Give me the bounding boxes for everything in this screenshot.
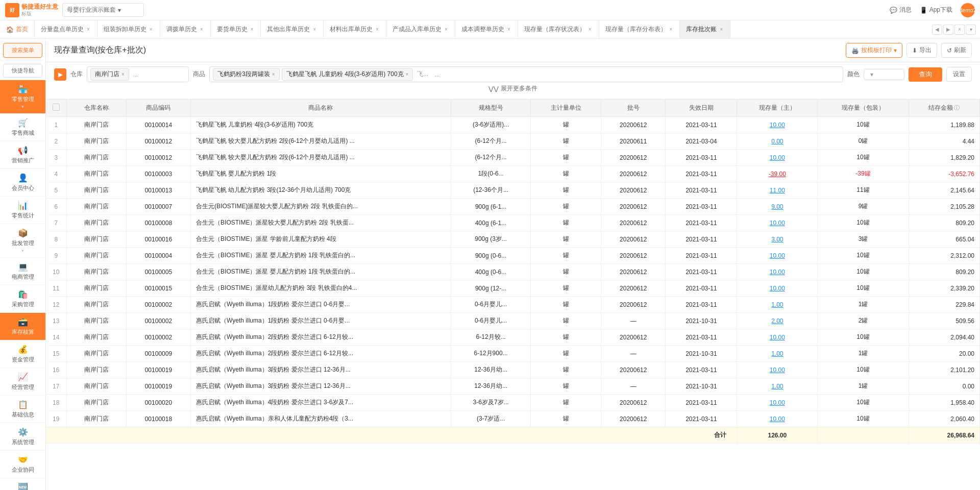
user-action[interactable]: demo2 [961, 3, 975, 17]
settings-button[interactable]: 设置 [946, 67, 972, 82]
logo-area: 好 畅捷通好生意 标版 [5, 3, 58, 17]
table-row: 7 南岸门店 00100008 合生元（BIOSTIME）派星较大婴儿配方奶粉 … [46, 215, 980, 231]
row-qty-main[interactable]: 0.00 [737, 133, 818, 150]
row-warehouse: 南岸门店 [66, 199, 126, 215]
tab-batch-account[interactable]: 库存批次账 × [680, 20, 730, 39]
row-qty-main[interactable]: 1.00 [737, 297, 818, 313]
sidebar-item-new-guide[interactable]: 🆕 新手引导 [0, 478, 45, 490]
print-chevron-icon: ▾ [894, 47, 897, 54]
row-qty-main[interactable]: 10.00 [737, 248, 818, 264]
product-tag-2-close-icon[interactable]: × [406, 71, 409, 77]
close-icon[interactable]: × [86, 26, 91, 33]
color-filter-dropdown[interactable]: ▾ [864, 69, 904, 80]
export-button[interactable]: ⬇ 导出 [906, 43, 937, 58]
warehouse-filter-input[interactable]: 南岸门店 × ... [87, 66, 189, 82]
sidebar-item-purchase[interactable]: 🛍️ 采购管理 [0, 285, 45, 313]
row-qty-main[interactable]: 10.00 [737, 150, 818, 166]
row-qty-main[interactable]: 10.00 [737, 395, 818, 411]
row-qty-main[interactable]: 10.00 [737, 117, 818, 133]
row-qty-main[interactable]: 10.00 [737, 280, 818, 297]
row-qty-main[interactable]: 10.00 [737, 329, 818, 346]
close-icon[interactable]: × [375, 26, 380, 33]
tab-fen-pan[interactable]: 分量盘点单历史 × [35, 20, 97, 39]
sidebar-item-inventory[interactable]: 🗃️ 库存核算 [0, 313, 45, 340]
close-icon[interactable]: × [587, 26, 593, 33]
tab-product-in[interactable]: 产成品入库单历史 × [386, 20, 455, 39]
row-warehouse: 南岸门店 [66, 150, 126, 166]
row-qty-main[interactable]: 9.00 [737, 199, 818, 215]
close-icon[interactable]: × [199, 26, 204, 33]
nav-menu-icon[interactable]: ▾ [966, 24, 976, 35]
print-button[interactable]: 🖨️ 按模板打印 ▾ [846, 43, 902, 58]
basic-info-icon: 📋 [18, 400, 28, 409]
sidebar-item-ops[interactable]: 📈 经营管理 [0, 368, 45, 396]
row-qty-main[interactable]: 2.00 [737, 313, 818, 329]
sidebar-item-member[interactable]: 👤 会员中心 [0, 169, 45, 197]
expand-more-button[interactable]: ⋁⋁ 展开更多条件 [54, 82, 972, 95]
shortcut-nav-button[interactable]: 快捷导航 [3, 64, 42, 78]
close-icon[interactable]: × [149, 26, 154, 33]
sidebar-item-retail-mgmt[interactable]: 🏪 零售管理 ▼ [0, 80, 45, 114]
sidebar-item-retail-shop-label: 零售商城 [12, 129, 34, 137]
row-batch: 20200612 [601, 248, 666, 264]
row-amount: 1,958.40 [909, 395, 979, 411]
row-qty-main[interactable]: -39.00 [737, 166, 818, 182]
tab-cost-adjust[interactable]: 成本调整单历史 × [455, 20, 518, 39]
close-icon[interactable]: × [506, 26, 511, 33]
nav-next-icon[interactable]: ▶ [943, 24, 953, 35]
tab-material-out[interactable]: 材料出库单历史 × [324, 20, 386, 39]
product-tag-1-close-icon[interactable]: × [272, 71, 275, 77]
row-qty-pkg: 10罐 [818, 411, 909, 427]
tab-home[interactable]: 🏠 首页 [0, 20, 35, 39]
row-name: 惠氏启赋（Wyeth illuma）2段奶粉 爱尔兰进口 6-12月较... [191, 346, 451, 362]
row-qty-main[interactable]: 1.00 [737, 378, 818, 395]
close-icon[interactable]: × [669, 26, 674, 33]
nav-close-icon[interactable]: × [954, 24, 965, 35]
sidebar-item-marketing[interactable]: 📢 营销推广 [0, 141, 45, 169]
row-name: 惠氏启赋（Wyeth illuma）3段奶粉 爱尔兰进口 12-36月... [191, 362, 451, 378]
amount-info-icon[interactable]: ⓘ [954, 105, 960, 111]
sidebar-item-enterprise-coop[interactable]: 🤝 企业协同 [0, 451, 45, 478]
header-checkbox[interactable] [53, 104, 60, 111]
account-selector[interactable]: 母婴行业演示账套 ▾ [62, 3, 144, 17]
sidebar-item-ecommerce[interactable]: 💻 电商管理 [0, 258, 45, 285]
tab-stock-status[interactable]: 现存量（库存状况表） × [518, 20, 599, 39]
tab-zu-chai[interactable]: 组装拆卸单历史 × [97, 20, 160, 39]
close-icon[interactable]: × [312, 26, 317, 33]
search-menu-button[interactable]: 搜索菜单 [3, 43, 42, 58]
app-download-action[interactable]: 📱 App下载 [920, 6, 952, 14]
filter-toggle-button[interactable]: ▶ [54, 68, 66, 81]
row-qty-main[interactable]: 1.00 [737, 346, 818, 362]
row-qty-main[interactable]: 11.00 [737, 182, 818, 199]
sidebar-item-retail-shop[interactable]: 🛒 零售商城 [0, 114, 45, 141]
tab-yao-huo[interactable]: 要货单历史 × [211, 20, 261, 39]
search-button[interactable]: 查询 [909, 67, 942, 82]
nav-prev-icon[interactable]: ◀ [932, 24, 942, 35]
tab-stock-status-label: 现存量（库存状况表） [524, 25, 585, 34]
row-name: 惠氏启赋（Wyeth illuma）4段奶粉 爱尔兰进口 3-6岁及7... [191, 395, 451, 411]
row-qty-main[interactable]: 10.00 [737, 362, 818, 378]
row-qty-main[interactable]: 10.00 [737, 264, 818, 280]
row-amount: 809.20 [909, 264, 979, 280]
tab-material-out-label: 材料出库单历史 [330, 25, 373, 34]
tab-other-out[interactable]: 其他出库单历史 × [261, 20, 324, 39]
tab-stock-dist[interactable]: 现存量（库存分布表） × [599, 20, 680, 39]
message-action[interactable]: 💬 消息 [890, 6, 912, 14]
close-icon[interactable]: × [444, 26, 449, 33]
sidebar-item-wholesale[interactable]: 📦 批发管理 ▼ [0, 224, 45, 258]
product-filter-input[interactable]: 飞鹤奶粉3段两罐装 × 飞鹤星飞帆 儿童奶粉 4段(3-6岁适用) 700克 ×… [209, 66, 843, 82]
summary-label: 合计 [46, 427, 737, 444]
sidebar-item-basic-info[interactable]: 📋 基础信息 [0, 396, 45, 423]
sidebar-item-system[interactable]: ⚙️ 系统管理 [0, 423, 45, 451]
warehouse-tag-close-icon[interactable]: × [121, 71, 125, 77]
row-qty-main[interactable]: 3.00 [737, 231, 818, 248]
refresh-button[interactable]: ↺ 刷新 [941, 43, 972, 58]
tab-diao-bo[interactable]: 调拨单历史 × [160, 20, 211, 39]
row-qty-main[interactable]: 10.00 [737, 411, 818, 427]
row-qty-main[interactable]: 10.00 [737, 215, 818, 231]
sidebar-item-retail-stats[interactable]: 📊 零售统计 [0, 197, 45, 224]
sidebar-item-finance[interactable]: 💰 资金管理 [0, 340, 45, 368]
close-icon[interactable]: × [719, 26, 724, 33]
row-name: 合生元（BIOSTIME）派星较大婴儿配方奶粉 2段 乳铁蛋... [191, 215, 451, 231]
close-icon[interactable]: × [250, 26, 255, 33]
